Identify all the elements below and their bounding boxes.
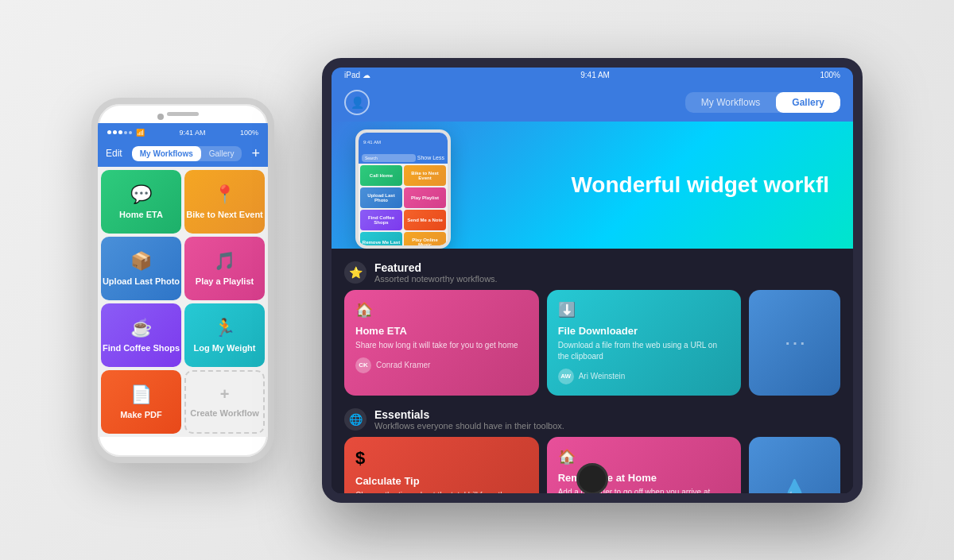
phone-workflow-grid: 💬 Home ETA 📍 Bike to Next Event 📦 Upload… (98, 167, 268, 437)
tile-bike-event[interactable]: 📍 Bike to Next Event (184, 170, 265, 234)
mini-tile-2: Bike to Next Event (404, 165, 446, 186)
calculate-tip-card-desc: Choose the tip and get the total bill fr… (355, 490, 528, 493)
phone-add-button[interactable]: + (251, 145, 260, 162)
ipad-hero-text: Wonderful widget workfl (571, 172, 829, 198)
hero-show-label: Show Less (417, 155, 444, 160)
ipad-tab-gallery[interactable]: Gallery (776, 92, 840, 113)
ipad-tab-my-workflows[interactable]: My Workflows (685, 92, 776, 113)
ipad-hero-phone-status: 9:41 AM (359, 133, 448, 153)
hero-mini-grid: Call Home Bike to Next Event Upload Last… (359, 164, 448, 249)
mini-tile-1: Call Home (360, 165, 402, 186)
file-downloader-avatar: AW (558, 369, 574, 384)
tile-coffee-label: Find Coffee Shops (103, 343, 180, 353)
file-downloader-card-icon: ⬇️ (558, 301, 731, 319)
tile-create-workflow[interactable]: + Create Workflow (184, 370, 265, 434)
signal-dot-5 (129, 131, 132, 134)
featured-icon: ⭐ (344, 261, 366, 284)
ipad-logo-icon: 👤 (351, 96, 364, 109)
tile-create-label: Create Workflow (190, 408, 259, 418)
home-eta-author: Conrad Kramer (376, 361, 430, 369)
hero-phone-search: Search Show Less (359, 153, 448, 164)
hero-phone-time: 9:41 AM (363, 140, 381, 145)
mini-tile-3: Upload Last Photo (360, 187, 402, 208)
signal-dot-2 (113, 130, 117, 134)
tile-playlist[interactable]: 🎵 Play a Playlist (184, 237, 265, 300)
tile-home-eta[interactable]: 💬 Home ETA (101, 170, 181, 234)
tile-weight-label: Log My Weight (193, 343, 255, 353)
ipad-hero-phone-mockup: 9:41 AM Search Show Less Call Home Bike … (355, 129, 451, 249)
home-eta-card-footer: CK Conrad Kramer (355, 357, 528, 373)
featured-section-info: Featured Assorted noteworthy workflows. (374, 261, 498, 284)
calculate-tip-card-icon: $ (355, 448, 528, 469)
upload-photo-icon: 📦 (130, 251, 152, 272)
card-water[interactable]: 💧 (749, 437, 840, 493)
water-drop-icon: 💧 (781, 478, 809, 493)
file-downloader-card-footer: AW Ari Weinstein (558, 369, 731, 384)
essentials-icon: 🌐 (344, 408, 366, 431)
card-overflow[interactable]: ⋯ (749, 290, 840, 396)
tile-upload-photo-label: Upload Last Photo (103, 276, 180, 286)
essentials-title: Essentials (374, 408, 564, 421)
ipad-logo: 👤 (344, 90, 370, 115)
featured-subtitle: Assorted noteworthy workflows. (374, 274, 498, 284)
file-downloader-author: Ari Weinstein (579, 372, 626, 380)
ipad-screen: iPad ☁ 9:41 AM 100% 👤 My Workflows Galle… (332, 68, 853, 493)
section-featured-header: ⭐ Featured Assorted noteworthy workflows… (344, 261, 840, 284)
card-calculate-tip[interactable]: $ Calculate Tip Choose the tip and get t… (344, 437, 539, 493)
file-downloader-card-title: File Downloader (558, 325, 731, 337)
home-eta-icon: 💬 (130, 184, 152, 205)
coffee-icon: ☕ (130, 318, 152, 338)
phone-speaker (167, 112, 199, 116)
home-eta-avatar: CK (355, 357, 371, 373)
hero-search-bar: Search (362, 154, 416, 162)
tile-upload-photo[interactable]: 📦 Upload Last Photo (101, 237, 181, 300)
tile-coffee[interactable]: ☕ Find Coffee Shops (101, 303, 181, 367)
phone-tab-group: My Workflows Gallery (132, 146, 242, 161)
file-downloader-card-desc: Download a file from the web using a URL… (558, 340, 731, 362)
tab-gallery[interactable]: Gallery (201, 146, 242, 161)
home-eta-card-desc: Share how long it will take for you to g… (355, 340, 528, 351)
card-remind-home[interactable]: 🏠 Remind Me at Home Add a reminder to go… (547, 437, 742, 493)
signal-dot-3 (118, 130, 122, 134)
tile-bike-event-label: Bike to Next Event (186, 210, 263, 219)
mini-tile-6: Send Me a Note (404, 210, 446, 230)
phone-time: 9:41 AM (179, 129, 205, 137)
tab-my-workflows[interactable]: My Workflows (132, 146, 201, 161)
ipad-status-left: iPad ☁ (344, 71, 370, 79)
mini-tile-5: Find Coffee Shops (360, 210, 402, 230)
home-eta-card-icon: 🏠 (355, 301, 528, 319)
ipad-tab-group: My Workflows Gallery (685, 92, 840, 113)
home-eta-card-title: Home ETA (355, 325, 528, 337)
playlist-icon: 🎵 (214, 251, 235, 272)
ipad-status-right: 100% (820, 71, 840, 79)
section-essentials-header: 🌐 Essentials Workflows everyone should h… (344, 408, 840, 431)
phone-edit-button[interactable]: Edit (106, 148, 122, 159)
weight-icon: 🏃 (214, 318, 235, 338)
phone-wifi-icon: 📶 (136, 129, 145, 137)
ipad-device: iPad ☁ 9:41 AM 100% 👤 My Workflows Galle… (322, 58, 863, 503)
signal-dot-4 (124, 131, 127, 134)
remind-home-card-icon: 🏠 (558, 448, 731, 465)
calculate-tip-card-title: Calculate Tip (355, 475, 528, 487)
card-file-downloader[interactable]: ⬇️ File Downloader Download a file from … (547, 290, 742, 396)
ipad-status-time: 9:41 AM (580, 71, 610, 79)
ipad-status-bar: iPad ☁ 9:41 AM 100% (332, 68, 853, 83)
phone-status-bar: 📶 9:41 AM 100% (98, 123, 268, 141)
tile-playlist-label: Play a Playlist (196, 276, 254, 286)
tile-pdf-label: Make PDF (120, 410, 162, 419)
ipad-home-button[interactable] (576, 463, 608, 495)
phone-device: 📶 9:41 AM 100% Edit My Workflows Gallery… (91, 98, 274, 463)
tile-pdf[interactable]: 📄 Make PDF (101, 370, 181, 434)
overflow-dots-icon: ⋯ (784, 330, 806, 356)
mini-tile-4: Play Playlist (404, 187, 446, 208)
signal-dot-1 (107, 130, 111, 134)
essentials-subtitle: Workflows everyone should have in their … (374, 421, 564, 431)
tile-weight[interactable]: 🏃 Log My Weight (184, 303, 265, 367)
essentials-section-info: Essentials Workflows everyone should hav… (374, 408, 564, 431)
ipad-nav: 👤 My Workflows Gallery (332, 83, 853, 122)
tile-home-eta-label: Home ETA (119, 210, 163, 219)
bike-event-icon: 📍 (214, 184, 235, 205)
card-home-eta[interactable]: 🏠 Home ETA Share how long it will take f… (344, 290, 539, 396)
pdf-icon: 📄 (130, 384, 152, 405)
phone-nav: Edit My Workflows Gallery + (98, 141, 268, 167)
